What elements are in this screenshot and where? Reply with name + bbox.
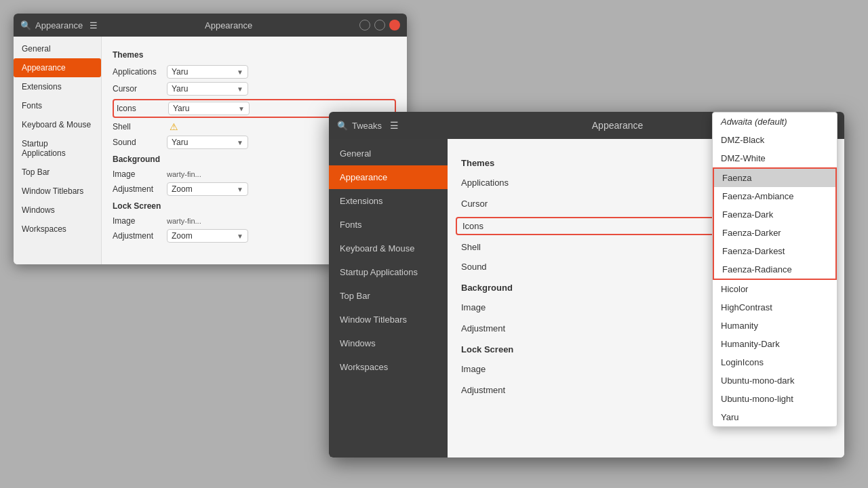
bg-sidebar-item-startup[interactable]: Startup Applications [14,134,101,163]
bg-sidebar-item-general[interactable]: General [14,39,101,58]
fg-sidebar-item-window-titlebars[interactable]: Window Titlebars [329,308,448,331]
bg-win-controls [359,20,400,30]
bg-sound-dropdown[interactable]: Yaru ▼ [167,136,248,149]
bg-search-area: 🔍 Appearance ☰ [20,20,98,30]
dropdown-item-faenza-ambiance[interactable]: Faenza-Ambiance [714,187,835,205]
bg-app-label: Appearance [35,20,83,30]
bg-sidebar-item-fonts[interactable]: Fonts [14,96,101,115]
bg-icons-dropdown[interactable]: Yaru ▼ [168,102,250,115]
minimize-button[interactable] [359,20,370,30]
fg-sidebar-item-fonts[interactable]: Fonts [329,213,448,237]
bg-sidebar: General Appearance Extensions Fonts Keyb… [14,37,102,264]
bg-themes-title: Themes [113,50,396,60]
maximize-button[interactable] [374,20,385,30]
bg-window-title: Appearance [103,20,354,30]
dropdown-item-ubuntu-mono-light[interactable]: Ubuntu-mono-light [713,390,837,408]
bg-ls-adjustment-label: Adjustment [113,231,167,241]
bg-applications-label: Applications [113,67,167,77]
bg-icons-label: Icons [117,104,168,113]
bg-shell-warning-icon: ⚠ [170,121,178,132]
bg-search-icon[interactable]: 🔍 [20,20,31,30]
bg-sidebar-item-keyboard[interactable]: Keyboard & Mouse [14,115,101,134]
bg-sound-chevron: ▼ [237,139,243,146]
bg-bg-adjustment-dropdown[interactable]: Zoom ▼ [167,182,248,196]
bg-cursor-row: Cursor Yaru ▼ [113,82,396,96]
dropdown-item-faenza-darkest[interactable]: Faenza-Darkest [714,242,835,260]
bg-bg-image-value: warty-fin... [167,170,201,178]
fg-sidebar-item-workspaces[interactable]: Workspaces [329,355,448,379]
fg-sidebar-item-startup[interactable]: Startup Applications [329,260,448,284]
bg-icons-chevron: ▼ [238,105,245,113]
bg-sidebar-item-windows[interactable]: Windows [14,201,101,220]
bg-cursor-label: Cursor [113,84,167,94]
dropdown-item-ubuntu-mono-dark[interactable]: Ubuntu-mono-dark [713,371,837,390]
bg-applications-row: Applications Yaru ▼ [113,65,396,79]
dropdown-item-hicolor[interactable]: Hicolor [713,280,837,298]
fg-search-area: 🔍 Tweaks ☰ [337,120,399,131]
fg-hamburger-icon[interactable]: ☰ [390,120,399,131]
bg-sound-label: Sound [113,138,167,147]
dropdown-item-adwaita[interactable]: Adwaita (default) [713,113,837,131]
bg-bg-adjustment-label: Adjustment [113,184,167,194]
bg-titlebar: 🔍 Appearance ☰ Appearance [14,14,407,37]
bg-sidebar-item-topbar[interactable]: Top Bar [14,163,101,182]
dropdown-item-faenza[interactable]: Faenza [714,169,835,187]
dropdown-item-yaru[interactable]: Yaru [713,408,837,426]
dropdown-item-highcontrast[interactable]: HighContrast [713,298,837,317]
dropdown-item-dmz-white[interactable]: DMZ-White [713,149,837,167]
dropdown-item-faenza-darker[interactable]: Faenza-Darker [714,224,835,242]
dropdown-item-dmz-black[interactable]: DMZ-Black [713,131,837,149]
dropdown-item-humanity[interactable]: Humanity [713,317,837,335]
faenza-group: Faenza Faenza-Ambiance Faenza-Dark Faenz… [713,167,837,280]
fg-app-label: Tweaks [352,121,382,131]
dropdown-item-loginicons[interactable]: LoginIcons [713,353,837,371]
close-button[interactable] [389,20,400,30]
dropdown-item-faenza-dark[interactable]: Faenza-Dark [714,205,835,224]
fg-sidebar-item-windows[interactable]: Windows [329,331,448,355]
fg-sidebar-item-topbar[interactable]: Top Bar [329,284,448,308]
bg-bg-image-label: Image [113,169,167,179]
bg-applications-dropdown[interactable]: Yaru ▼ [167,65,248,79]
bg-ls-adjustment-chevron: ▼ [237,232,243,240]
fg-sidebar-item-appearance[interactable]: Appearance [329,165,448,189]
bg-sidebar-item-extensions[interactable]: Extensions [14,77,101,96]
bg-ls-image-value: warty-fin... [167,217,201,225]
fg-sidebar: General Appearance Extensions Fonts Keyb… [329,139,448,458]
icons-dropdown-list[interactable]: Adwaita (default) DMZ-Black DMZ-White Fa… [712,112,837,427]
bg-hamburger-icon[interactable]: ☰ [90,20,98,30]
bg-cursor-chevron: ▼ [237,85,243,93]
bg-sidebar-item-appearance[interactable]: Appearance [14,58,101,77]
bg-sidebar-item-window-titlebars[interactable]: Window Titlebars [14,182,101,201]
fg-sidebar-item-general[interactable]: General [329,142,448,165]
bg-cursor-dropdown[interactable]: Yaru ▼ [167,82,248,96]
dropdown-item-humanity-dark[interactable]: Humanity-Dark [713,335,837,353]
bg-ls-image-label: Image [113,216,167,226]
fg-sidebar-item-keyboard[interactable]: Keyboard & Mouse [329,237,448,260]
dropdown-item-faenza-radiance[interactable]: Faenza-Radiance [714,260,835,279]
bg-sidebar-item-workspaces[interactable]: Workspaces [14,220,101,239]
fg-sidebar-item-extensions[interactable]: Extensions [329,189,448,213]
bg-shell-label: Shell [113,122,167,131]
fg-search-icon[interactable]: 🔍 [337,121,348,131]
bg-ls-adjustment-dropdown[interactable]: Zoom ▼ [167,229,248,243]
bg-applications-chevron: ▼ [237,68,243,76]
bg-adjustment-chevron: ▼ [237,186,243,193]
